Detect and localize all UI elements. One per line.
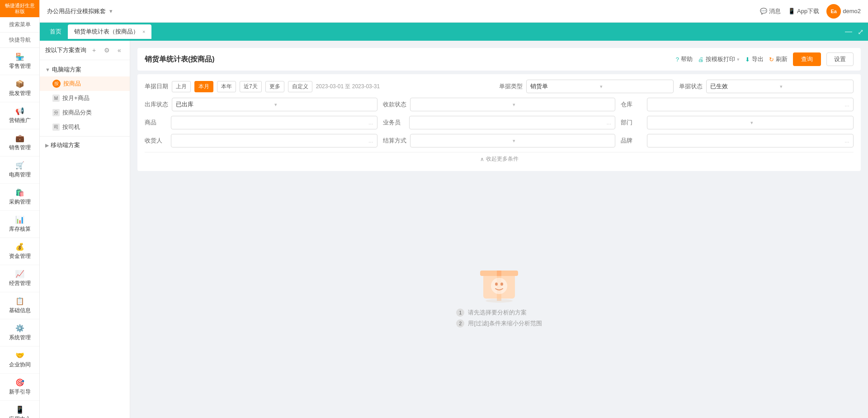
receiver-more-btn[interactable]: … — [368, 138, 373, 143]
help-btn[interactable]: ? 帮助 — [676, 55, 693, 63]
sidebar-item-icon-newbie: 🎯 — [15, 378, 24, 387]
scheme-item-icon-month: M — [52, 95, 60, 102]
message-btn[interactable]: 💬 消息 — [760, 7, 781, 15]
out-status-value: 已出库 — [176, 100, 274, 109]
scheme-item-by-month-product[interactable]: M 按月+商品 — [40, 91, 130, 105]
desktop-scheme-group-header[interactable]: ▼ 电脑端方案 — [40, 63, 130, 76]
sidebar-item-label-sales: 销售管理 — [9, 144, 31, 152]
sidebar-item-inventory[interactable]: 📊 库存核算 — [0, 211, 39, 238]
sidebar-quick-nav[interactable]: 快捷导航 — [0, 33, 39, 48]
left-panel-header-icons: + ⚙ « — [89, 45, 124, 55]
receipt-status-caret: ▾ — [513, 102, 611, 108]
brand-input[interactable]: … — [647, 134, 854, 147]
sidebar-item-wholesale[interactable]: 📦 批发管理 — [0, 75, 39, 102]
tab-active[interactable]: 销货单统计表（按商品） × — [68, 24, 151, 39]
warehouse-input[interactable]: … — [647, 98, 854, 111]
sidebar-item-icon-inventory: 📊 — [15, 215, 24, 224]
scheme-item-by-driver[interactable]: 司 按司机 — [40, 120, 130, 134]
scheme-item-label-category: 按商品分类 — [62, 109, 92, 117]
receipt-status-select[interactable]: ▾ — [410, 98, 616, 111]
tab-close-icon[interactable]: × — [142, 29, 145, 34]
empty-hint-text-1: 请先选择要分析的方案 — [468, 309, 527, 317]
filter-row-2: 出库状态 已出库 ▾ 收款状态 ▾ 仓库 — [145, 98, 854, 111]
app-download-btn[interactable]: 📱 App下载 — [788, 7, 819, 15]
print-btn[interactable]: 🖨 按模板打印 ▾ — [698, 55, 740, 63]
logo-text: 畅捷通好生意 — [5, 3, 35, 9]
user-btn[interactable]: Ea demo2 — [826, 4, 861, 19]
main-area: 办公用品行业模拟账套 ▾ 💬 消息 📱 App下载 Ea demo2 首页 — [40, 0, 868, 418]
top-bar-left: 办公用品行业模拟账套 ▾ — [47, 7, 113, 15]
sidebar-item-retail[interactable]: 🏪 零售管理 — [0, 48, 39, 75]
scheme-item-label-month: 按月+商品 — [62, 94, 90, 102]
sidebar-item-purchase[interactable]: 🛍️ 采购管理 — [0, 184, 39, 211]
query-button[interactable]: 查询 — [793, 52, 821, 66]
date-btn-this-year[interactable]: 本年 — [217, 81, 236, 92]
doc-type-select[interactable]: 销货单 ▾ — [526, 80, 674, 93]
empty-illustration — [472, 258, 526, 303]
scheme-settings-btn[interactable]: ⚙ — [102, 45, 112, 55]
sidebar-item-system[interactable]: ⚙️ 系统管理 — [0, 319, 39, 347]
receiver-input-field[interactable] — [175, 138, 368, 144]
collapse-panel-btn[interactable]: « — [114, 45, 124, 55]
product-more-btn[interactable]: … — [368, 120, 373, 125]
date-btn-custom[interactable]: 自定义 — [288, 81, 312, 92]
mobile-group-label: 移动端方案 — [51, 141, 80, 149]
add-scheme-btn[interactable]: + — [89, 45, 99, 55]
department-select[interactable]: ▾ — [647, 116, 854, 129]
collapse-more-conditions-btn[interactable]: ∧ 收起更多条件 — [145, 152, 854, 166]
out-status-select[interactable]: 已出库 ▾ — [172, 98, 377, 111]
sidebar-item-basics[interactable]: 📋 基础信息 — [0, 292, 39, 319]
filter-receiver-field: 收货人 … — [145, 134, 377, 147]
sidebar-item-newbie[interactable]: 🎯 新手引导 — [0, 374, 39, 401]
sidebar-item-marketing[interactable]: 📢 营销推广 — [0, 102, 39, 129]
product-input[interactable]: … — [171, 116, 377, 129]
scheme-section: ▼ 电脑端方案 按 按商品 M 按月+商品 分 按商品分类 — [40, 60, 130, 155]
receiver-input[interactable]: … — [171, 134, 377, 147]
scheme-item-icon-category: 分 — [52, 109, 60, 116]
brand-more-btn[interactable]: … — [844, 138, 849, 143]
scheme-item-by-category[interactable]: 分 按商品分类 — [40, 105, 130, 120]
date-btn-last7[interactable]: 近7天 — [240, 81, 262, 92]
settlement-label: 结算方式 — [383, 137, 406, 145]
sidebar-item-appcenter[interactable]: 📱 应用中心 — [0, 401, 39, 418]
tab-home[interactable]: 首页 — [43, 24, 68, 39]
collapse-icon: ∧ — [480, 156, 484, 162]
sidebar-item-finance[interactable]: 💰 资金管理 — [0, 238, 39, 265]
sidebar-item-ecommerce[interactable]: 🛒 电商管理 — [0, 157, 39, 184]
settlement-select[interactable]: ▾ — [410, 134, 616, 147]
salesperson-input-field[interactable] — [413, 119, 607, 126]
mobile-scheme-group-header[interactable]: ▶ 移动端方案 — [40, 138, 130, 152]
message-label: 消息 — [769, 7, 781, 15]
settings-button[interactable]: 设置 — [826, 52, 854, 66]
print-dropdown-icon: ▾ — [737, 57, 740, 62]
tab-minimize-btn[interactable]: — — [844, 27, 853, 37]
scheme-item-by-product[interactable]: 按 按商品 — [40, 76, 130, 91]
industry-dropdown-icon[interactable]: ▾ — [109, 8, 113, 14]
salesperson-more-btn[interactable]: … — [606, 120, 611, 125]
export-btn[interactable]: ⬇ 导出 — [745, 55, 764, 63]
page-title: 销货单统计表(按商品) — [145, 55, 215, 64]
warehouse-input-field[interactable] — [651, 101, 844, 108]
sidebar-item-label-ecommerce: 电商管理 — [9, 171, 31, 179]
sidebar-item-operations[interactable]: 📈 经营管理 — [0, 265, 39, 292]
brand-input-field[interactable] — [651, 138, 844, 144]
sidebar-item-icon-basics: 📋 — [15, 297, 24, 305]
app-download-label: App下载 — [797, 7, 819, 15]
receiver-label: 收货人 — [145, 137, 167, 145]
warehouse-more-btn[interactable]: … — [844, 102, 849, 107]
sidebar-item-collab[interactable]: 🤝 企业协同 — [0, 347, 39, 374]
print-icon: 🖨 — [698, 56, 704, 63]
sidebar-item-sales[interactable]: 💼 销售管理 — [0, 129, 39, 157]
out-status-label: 出库状态 — [145, 100, 168, 109]
date-btn-last-month[interactable]: 上月 — [172, 81, 191, 92]
product-input-field[interactable] — [175, 119, 368, 126]
date-btn-this-month[interactable]: 本月 — [194, 81, 213, 92]
sidebar-item-icon-retail: 🏪 — [15, 52, 24, 61]
salesperson-input[interactable]: … — [409, 116, 616, 129]
sidebar-item-label-system: 系统管理 — [9, 334, 31, 342]
sidebar-search-item[interactable]: 搜索菜单 — [0, 17, 39, 33]
date-btn-more[interactable]: 更多 — [265, 81, 284, 92]
doc-status-select[interactable]: 已生效 ▾ — [706, 80, 854, 93]
refresh-btn[interactable]: ↻ 刷新 — [769, 55, 788, 63]
tab-maximize-btn[interactable]: ⤢ — [857, 27, 864, 37]
